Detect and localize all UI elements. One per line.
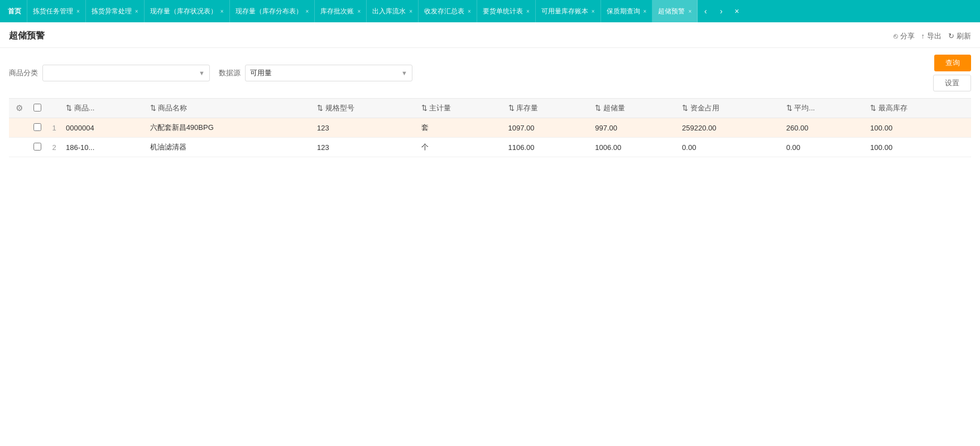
row-max-stock: 100.00 bbox=[867, 118, 971, 138]
row-num-cell: 2 bbox=[46, 138, 63, 157]
nav-tab-quality[interactable]: 保质期查询 × bbox=[601, 0, 653, 22]
table-row: 1 0000004 六配套新昌490BPG 123 套 1097.00 997.… bbox=[9, 118, 971, 138]
nav-batch-label: 库存批次账 bbox=[320, 7, 354, 16]
col-spec-label: ⇅ 规格型号 bbox=[317, 104, 354, 112]
nav-tab-inout[interactable]: 出入库流水 × bbox=[367, 0, 419, 22]
col-stock[interactable]: ⇅ 库存量 bbox=[505, 99, 592, 118]
row-unit: 个 bbox=[418, 138, 505, 157]
query-button[interactable]: 查询 bbox=[934, 55, 971, 71]
row-overstock: 997.00 bbox=[592, 118, 679, 138]
row-gear-cell bbox=[9, 138, 29, 157]
filter-actions: 查询 设置 bbox=[933, 55, 971, 91]
nav-inventory-dist-label: 现存量（库存分布表） bbox=[236, 7, 302, 16]
settings-gear-icon[interactable]: ⚙ bbox=[16, 103, 23, 113]
nav-next-arrow[interactable]: › bbox=[713, 0, 729, 22]
col-rownum bbox=[46, 99, 63, 118]
nav-tab-batch[interactable]: 库存批次账 × bbox=[315, 0, 367, 22]
col-unit-label: ⇅ 主计量 bbox=[421, 104, 451, 112]
category-arrow-icon: ▼ bbox=[199, 70, 205, 76]
nav-tab-order-stat-close[interactable]: × bbox=[526, 8, 530, 14]
col-avg[interactable]: ⇅ 平均... bbox=[783, 99, 867, 118]
nav-home-label: 首页 bbox=[8, 7, 21, 16]
nav-tab-available-close[interactable]: × bbox=[592, 8, 595, 14]
datasource-select[interactable]: 可用量 ▼ bbox=[245, 65, 412, 81]
col-capital-label: ⇅ 资金占用 bbox=[682, 104, 719, 112]
nav-tab-collect[interactable]: 收发存汇总表 × bbox=[419, 0, 477, 22]
nav-tab-available[interactable]: 可用量库存账本 × bbox=[536, 0, 601, 22]
page-content: 超储预警 ⎋ 分享 ↑ 导出 ↻ 刷新 商品分类 ▼ 数据源 bbox=[0, 22, 980, 446]
col-product-name[interactable]: ⇅ 商品名称 bbox=[147, 99, 314, 118]
row-unit: 套 bbox=[418, 118, 505, 138]
table-header-row: ⚙ ⇅ 商品... ⇅ 商品名称 ⇅ 规格型号 bbox=[9, 99, 971, 118]
nav-overstock-label: 超储预警 bbox=[658, 7, 685, 16]
export-button[interactable]: ↑ 导出 bbox=[921, 31, 942, 41]
col-stock-label: ⇅ 库存量 bbox=[508, 104, 539, 112]
nav-tab-home[interactable]: 首页 bbox=[2, 0, 27, 22]
nav-tab-abnormal[interactable]: 拣货异常处理 × bbox=[86, 0, 145, 22]
select-all-checkbox[interactable] bbox=[33, 104, 41, 112]
nav-available-label: 可用量库存账本 bbox=[541, 7, 588, 16]
data-table: ⚙ ⇅ 商品... ⇅ 商品名称 ⇅ 规格型号 bbox=[9, 98, 971, 157]
nav-tab-task[interactable]: 拣货任务管理 × bbox=[27, 0, 86, 22]
row-checkbox-0[interactable] bbox=[33, 123, 41, 131]
nav-tab-task-close[interactable]: × bbox=[76, 8, 80, 14]
row-product-code: 186-10... bbox=[63, 138, 147, 157]
refresh-label: 刷新 bbox=[957, 31, 971, 41]
category-label: 商品分类 bbox=[9, 68, 38, 78]
nav-tab-quality-close[interactable]: × bbox=[643, 8, 647, 14]
top-navigation: 首页 拣货任务管理 × 拣货异常处理 × 现存量（库存状况表） × 现存量（库存… bbox=[0, 0, 980, 22]
nav-order-stat-label: 要货单统计表 bbox=[483, 7, 523, 16]
col-capital[interactable]: ⇅ 资金占用 bbox=[679, 99, 783, 118]
row-gear-cell bbox=[9, 118, 29, 138]
table-row: 2 186-10... 机油滤清器 123 个 1106.00 1006.00 … bbox=[9, 138, 971, 157]
refresh-icon: ↻ bbox=[948, 32, 954, 40]
col-spec[interactable]: ⇅ 规格型号 bbox=[314, 99, 418, 118]
nav-tab-batch-close[interactable]: × bbox=[357, 8, 361, 14]
nav-quality-label: 保质期查询 bbox=[607, 7, 640, 16]
nav-tab-inventory-status-close[interactable]: × bbox=[220, 8, 224, 14]
col-product-code[interactable]: ⇅ 商品... bbox=[63, 99, 147, 118]
share-label: 分享 bbox=[900, 31, 915, 41]
page-title: 超储预警 bbox=[9, 30, 45, 42]
row-num-cell: 1 bbox=[46, 118, 63, 138]
col-max-stock[interactable]: ⇅ 最高库存 bbox=[867, 99, 971, 118]
nav-tab-inventory-status[interactable]: 现存量（库存状况表） × bbox=[145, 0, 230, 22]
row-checkbox-cell bbox=[29, 138, 46, 157]
nav-prev-arrow[interactable]: ‹ bbox=[698, 0, 713, 22]
category-select[interactable]: ▼ bbox=[42, 65, 210, 81]
datasource-arrow-icon: ▼ bbox=[401, 70, 407, 76]
nav-inventory-status-label: 现存量（库存状况表） bbox=[150, 7, 217, 16]
nav-task-label: 拣货任务管理 bbox=[33, 7, 73, 16]
datasource-value: 可用量 bbox=[250, 68, 272, 78]
nav-tab-overstock[interactable]: 超储预警 × bbox=[652, 0, 698, 22]
nav-tab-inventory-dist-close[interactable]: × bbox=[306, 8, 309, 14]
row-capital: 259220.00 bbox=[679, 118, 783, 138]
row-avg: 260.00 bbox=[783, 118, 867, 138]
nav-collect-label: 收发存汇总表 bbox=[424, 7, 464, 16]
col-overstock[interactable]: ⇅ 超储量 bbox=[592, 99, 679, 118]
nav-tab-inout-close[interactable]: × bbox=[409, 8, 412, 14]
row-checkbox-1[interactable] bbox=[33, 143, 41, 151]
row-max-stock: 100.00 bbox=[867, 138, 971, 157]
nav-tab-inventory-dist[interactable]: 现存量（库存分布表） × bbox=[230, 0, 315, 22]
header-actions: ⎋ 分享 ↑ 导出 ↻ 刷新 bbox=[893, 31, 972, 41]
nav-tab-order-stat[interactable]: 要货单统计表 × bbox=[477, 0, 536, 22]
col-unit[interactable]: ⇅ 主计量 bbox=[418, 99, 505, 118]
nav-more-arrow[interactable]: × bbox=[729, 0, 744, 22]
filter-bar: 商品分类 ▼ 数据源 可用量 ▼ 查询 设置 bbox=[0, 48, 980, 98]
nav-tab-overstock-close[interactable]: × bbox=[688, 8, 691, 14]
row-spec: 123 bbox=[314, 138, 418, 157]
col-avg-label: ⇅ 平均... bbox=[786, 104, 815, 112]
share-button[interactable]: ⎋ 分享 bbox=[893, 31, 915, 41]
row-stock: 1097.00 bbox=[505, 118, 592, 138]
row-capital: 0.00 bbox=[679, 138, 783, 157]
category-filter: 商品分类 ▼ bbox=[9, 65, 210, 81]
datasource-label: 数据源 bbox=[219, 68, 241, 78]
settings-button[interactable]: 设置 bbox=[933, 75, 971, 91]
nav-tab-collect-close[interactable]: × bbox=[468, 8, 471, 14]
row-avg: 0.00 bbox=[783, 138, 867, 157]
refresh-button[interactable]: ↻ 刷新 bbox=[948, 31, 971, 41]
col-overstock-label: ⇅ 超储量 bbox=[595, 104, 625, 112]
nav-tab-abnormal-close[interactable]: × bbox=[135, 8, 138, 14]
row-product-name: 机油滤清器 bbox=[147, 138, 314, 157]
